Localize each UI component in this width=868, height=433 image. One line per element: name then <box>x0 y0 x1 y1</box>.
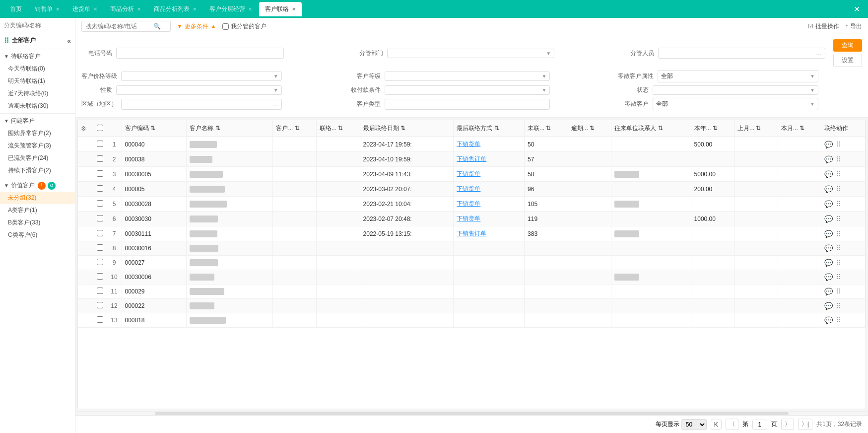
all-customers-header[interactable]: ⠿ 全部客户 « <box>0 33 75 48</box>
my-customers-checkbox[interactable]: 我分管的客户 <box>222 22 267 31</box>
sidebar-item-tomorrow[interactable]: 明天待联络(1) <box>0 75 75 87</box>
sidebar-item-class-c[interactable]: C类客户(6) <box>0 229 75 241</box>
col-not-contacted[interactable]: 未联... ⇅ <box>525 120 568 137</box>
group-problem-header[interactable]: ▼ 问题客户 <box>0 115 75 127</box>
row-checkbox[interactable] <box>97 288 103 294</box>
sidebar-item-ungroups[interactable]: 未分组(32) <box>0 192 75 204</box>
last-page-btn[interactable]: 〉| <box>798 419 812 430</box>
close-sales-tab[interactable]: ✕ <box>56 6 60 12</box>
sidebar-item-overdue[interactable]: 逾期未联络(30) <box>0 100 75 112</box>
close-product-list-tab[interactable]: ✕ <box>193 6 197 12</box>
row-checkbox[interactable] <box>97 141 103 147</box>
sidebar-collapse-btn[interactable]: « <box>67 37 71 45</box>
retail-attr-select[interactable]: 全部 ▼ <box>658 70 818 82</box>
window-close-button[interactable]: ✕ <box>850 4 864 14</box>
last-way-link[interactable]: 下销货单 <box>457 141 480 147</box>
last-way-link[interactable]: 下销货单 <box>457 185 480 192</box>
close-product-analysis-tab[interactable]: ✕ <box>137 6 141 12</box>
dept-select[interactable]: ▼ <box>387 49 555 58</box>
status-select[interactable]: ▼ <box>653 85 818 95</box>
row-checkbox[interactable] <box>97 215 103 221</box>
grid-icon[interactable]: ⠿ <box>836 259 841 267</box>
chat-icon[interactable]: 💬 <box>824 316 833 324</box>
chat-icon[interactable]: 💬 <box>824 155 833 163</box>
chat-icon[interactable]: 💬 <box>824 141 833 148</box>
sidebar-item-lost[interactable]: 已流失客户(24) <box>0 152 75 164</box>
row-checkbox[interactable] <box>97 244 103 251</box>
col-unit-contact[interactable]: 往来单位联系人 ⇅ <box>611 120 691 137</box>
payment-select[interactable]: ▼ <box>385 85 550 95</box>
close-purchase-tab[interactable]: ✕ <box>93 6 97 12</box>
grid-icon[interactable]: ⠿ <box>836 230 841 238</box>
col-code[interactable]: 客户编码 ⇅ <box>122 120 187 137</box>
tab-customer-segment[interactable]: 客户分层经营 ✕ <box>203 2 258 16</box>
my-customers-check[interactable] <box>222 23 229 30</box>
chat-icon[interactable]: 💬 <box>824 288 833 295</box>
reset-button[interactable]: 设置 <box>833 54 862 67</box>
chat-icon[interactable]: 💬 <box>824 273 833 281</box>
row-checkbox[interactable] <box>97 273 103 280</box>
chat-icon[interactable]: 💬 <box>824 230 833 238</box>
tab-purchase[interactable]: 进货单 ✕ <box>67 2 103 16</box>
col-contact[interactable]: 联络... ⇅ <box>316 120 360 137</box>
chat-icon[interactable]: 💬 <box>824 302 833 310</box>
category-search-input[interactable] <box>4 22 75 29</box>
col-type[interactable]: 客户... ⇅ <box>273 120 317 137</box>
grid-icon[interactable]: ⠿ <box>836 200 841 208</box>
export-btn[interactable]: ↑ 导出 <box>845 22 862 31</box>
chat-icon[interactable]: 💬 <box>824 259 833 267</box>
h-scrollbar[interactable] <box>75 411 868 415</box>
close-customer-segment-tab[interactable]: ✕ <box>248 6 252 12</box>
tab-product-analysis[interactable]: 商品分析 ✕ <box>104 2 147 16</box>
sidebar-item-today[interactable]: 今天待联络(0) <box>0 63 75 75</box>
col-overdue[interactable]: 逾期... ⇅ <box>568 120 611 137</box>
first-page-btn[interactable]: K <box>711 420 722 430</box>
grid-icon[interactable]: ⠿ <box>836 155 841 163</box>
select-all-checkbox[interactable] <box>97 125 103 131</box>
chat-icon[interactable]: 💬 <box>824 244 833 252</box>
row-checkbox[interactable] <box>97 316 103 323</box>
sidebar-item-declining[interactable]: 持续下滑客户(2) <box>0 164 75 177</box>
settings-gear-icon[interactable]: ⚙ <box>81 125 86 132</box>
grid-icon[interactable]: ⠿ <box>836 244 841 252</box>
col-name[interactable]: 客户名称 ⇅ <box>187 120 273 137</box>
col-last-date[interactable]: 最后联络日期 ⇅ <box>360 120 454 137</box>
grid-icon[interactable]: ⠿ <box>836 288 841 295</box>
grid-icon[interactable]: ⠿ <box>836 215 841 223</box>
more-conditions-btn[interactable]: ▼ 更多条件 ▲ <box>177 22 216 31</box>
sidebar-item-abnormal[interactable]: 囤购异常客户(2) <box>0 127 75 140</box>
customer-grade-select[interactable]: ▼ <box>385 72 550 81</box>
row-checkbox[interactable] <box>97 259 103 265</box>
sidebar-item-class-b[interactable]: B类客户(33) <box>0 216 75 229</box>
tab-customer-contact[interactable]: 客户联络 ✕ <box>259 2 302 16</box>
row-checkbox[interactable] <box>97 230 103 236</box>
row-checkbox[interactable] <box>97 170 103 177</box>
last-way-link[interactable]: 下销货单 <box>457 215 480 222</box>
per-page-select[interactable]: 50 100 200 <box>681 419 707 430</box>
chat-icon[interactable]: 💬 <box>824 215 833 223</box>
sidebar-item-warn[interactable]: 流失预警客户(3) <box>0 140 75 152</box>
row-checkbox[interactable] <box>97 155 103 162</box>
batch-op-btn[interactable]: ☑ 批量操作 <box>808 22 839 31</box>
next-page-btn[interactable]: 〉 <box>781 419 794 430</box>
grid-icon[interactable]: ⠿ <box>836 185 841 193</box>
row-checkbox[interactable] <box>97 302 103 308</box>
search-button[interactable]: 查询 <box>833 39 862 52</box>
col-last-month[interactable]: 上月... ⇅ <box>734 120 778 137</box>
last-way-link[interactable]: 下销货单 <box>457 170 480 177</box>
row-checkbox[interactable] <box>97 185 103 192</box>
grid-icon[interactable]: ⠿ <box>836 170 841 178</box>
last-way-link[interactable]: 下销售订单 <box>457 230 486 237</box>
col-last-way[interactable]: 最后联络方式 ⇅ <box>454 120 525 137</box>
group-pending-header[interactable]: ▼ 待联络客户 <box>0 50 75 63</box>
chat-icon[interactable]: 💬 <box>824 200 833 208</box>
col-this-year[interactable]: 本年... ⇅ <box>691 120 734 137</box>
price-grade-select[interactable]: ▼ <box>121 72 282 81</box>
group-value-header[interactable]: ▼ 价值客户 ! ↺ <box>0 179 75 192</box>
grid-icon[interactable]: ⠿ <box>836 316 841 324</box>
retail-select[interactable]: 全部 ▼ <box>653 98 818 110</box>
chat-icon[interactable]: 💬 <box>824 185 833 193</box>
col-this-month[interactable]: 本月... ⇅ <box>778 120 821 137</box>
grid-icon[interactable]: ⠿ <box>836 141 841 148</box>
tab-home[interactable]: 首页 <box>4 2 28 16</box>
